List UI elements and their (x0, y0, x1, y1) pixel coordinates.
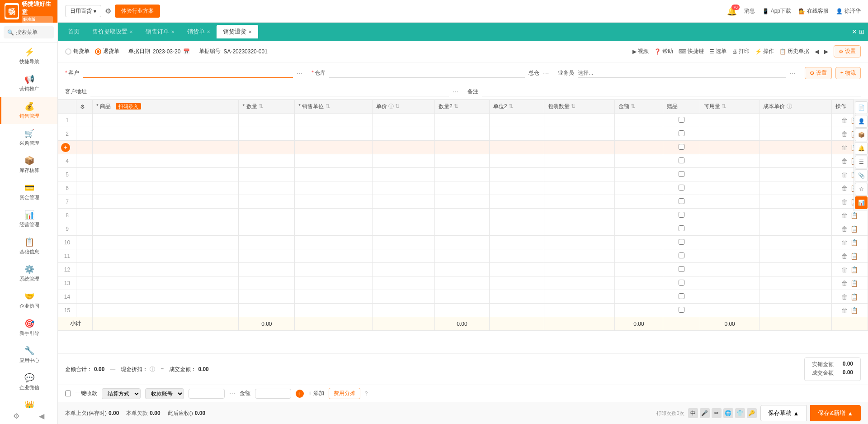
row-cost[interactable] (760, 114, 832, 127)
tab-sales-delivery-close-icon[interactable]: ✕ (207, 29, 210, 34)
del-btn[interactable]: 🗑 (841, 198, 848, 205)
video-btn[interactable]: ▶ 视频 (632, 48, 649, 55)
del-btn[interactable]: 🗑 (841, 239, 848, 246)
account-select[interactable]: 收款账号 (145, 388, 184, 399)
rqp-btn-7[interactable]: ☆ (855, 183, 868, 195)
rqp-btn-1[interactable]: 📄 (855, 101, 868, 114)
sidebar-item-quick-nav[interactable]: ⚡ 快捷导航 (0, 43, 57, 70)
del-btn[interactable]: 🗑 (841, 212, 848, 219)
sort-icon6[interactable]: ⇅ (571, 103, 576, 110)
scan-input-btn[interactable]: 扫码录入 (116, 103, 141, 110)
row-amount[interactable] (614, 114, 663, 127)
row-sales-unit[interactable] (295, 141, 372, 154)
copy-btn[interactable]: 📋 (850, 239, 858, 246)
sidebar-item-base[interactable]: 📋 基础信息 (0, 233, 57, 260)
sidebar-item-business[interactable]: 📊 经营管理 (0, 205, 57, 233)
sidebar-item-system[interactable]: ⚙️ 系统管理 (0, 260, 57, 287)
row-package[interactable] (544, 141, 614, 154)
copy-btn[interactable]: 📋 (850, 307, 858, 314)
expense-help-icon[interactable]: ? (365, 391, 368, 397)
rqp-btn-2[interactable]: 👤 (855, 115, 868, 128)
row-cost[interactable] (760, 141, 832, 154)
nav-next-icon[interactable]: ▶ (824, 48, 828, 55)
remark-input[interactable] (482, 87, 861, 96)
copy-btn[interactable]: 📋 (850, 212, 858, 219)
user-info[interactable]: 👤 徐泽华 (836, 7, 861, 15)
col-gear-header[interactable]: ⚙ (76, 100, 93, 114)
del-btn[interactable]: 🗑 (841, 185, 848, 192)
row-gift[interactable] (663, 114, 700, 127)
settlement-method-select[interactable]: 结算方式 (102, 388, 141, 399)
row-qty2[interactable] (434, 114, 489, 127)
sidebar-item-sales[interactable]: 💰 销售管理 (0, 97, 57, 124)
form-settings-btn[interactable]: ⚙ 设置 (805, 67, 832, 79)
tab-sales-return-close-icon[interactable]: ✕ (248, 29, 252, 34)
taskbar-icon-5[interactable]: 👕 (735, 408, 745, 418)
row-delete-btn[interactable]: 🗑 (841, 117, 848, 124)
address-dots-btn[interactable]: ··· (453, 88, 458, 96)
help-btn[interactable]: ❓ 帮助 (654, 48, 673, 55)
settings-icon-btn[interactable]: ⚙ (13, 412, 19, 420)
taskbar-icon-6[interactable]: 🔑 (747, 408, 757, 418)
tab-menu-btn[interactable]: ⊞ (859, 28, 864, 35)
customer-input[interactable] (83, 68, 293, 78)
operate-btn[interactable]: ⚡ 操作 (755, 48, 774, 55)
radio-return[interactable]: 退货单 (95, 48, 119, 55)
price-info-icon[interactable]: ⓘ (388, 103, 394, 110)
taskbar-icon-3[interactable]: ✏ (712, 408, 722, 418)
tab-sales-order-close-icon[interactable]: ✕ (171, 29, 175, 34)
sidebar-item-finance[interactable]: 💳 资金管理 (0, 178, 57, 205)
tab-sales-delivery[interactable]: 销货单 ✕ (181, 25, 217, 38)
row-unit-price[interactable] (372, 127, 434, 141)
sidebar-item-inventory[interactable]: 📦 库存核算 (0, 151, 57, 178)
row-unit2[interactable] (490, 114, 544, 127)
collapse-btn[interactable]: ◀ (39, 412, 44, 420)
sidebar-item-weixin[interactable]: 💬 企业微信 (0, 368, 57, 395)
copy-btn[interactable]: 📋 (850, 252, 858, 260)
customer-dots-btn[interactable]: ··· (297, 69, 302, 77)
cost-info-icon[interactable]: ⓘ (787, 103, 792, 110)
tab-sales-order[interactable]: 销售订单 ✕ (139, 25, 181, 38)
print-btn[interactable]: 🖨 打印 (732, 48, 750, 55)
sort-icon7[interactable]: ⇅ (631, 103, 635, 110)
row-cost[interactable] (760, 127, 832, 141)
row-amount[interactable] (614, 141, 663, 154)
rqp-btn-8[interactable]: 📊 (855, 196, 868, 209)
row-available[interactable] (700, 127, 760, 141)
salesperson-input[interactable] (578, 68, 786, 78)
row-available[interactable] (700, 141, 760, 154)
row-unit-price[interactable] (372, 141, 434, 154)
del-btn[interactable]: 🗑 (841, 280, 848, 287)
del-btn[interactable]: 🗑 (841, 225, 848, 233)
account-dots-btn[interactable]: ··· (229, 390, 235, 398)
account-input[interactable] (189, 389, 225, 399)
history-btn[interactable]: 📋 历史单据 (779, 48, 809, 55)
tab-price-close-icon[interactable]: ✕ (129, 29, 133, 34)
salesperson-dots-btn[interactable]: ··· (789, 69, 795, 77)
app-download-btn[interactable]: 📱 App下载 (762, 7, 791, 15)
row-product[interactable] (93, 114, 239, 127)
online-service-btn[interactable]: 💁 在线客服 (798, 7, 829, 15)
del-btn[interactable]: 🗑 (841, 266, 848, 273)
address-input[interactable] (90, 87, 449, 96)
notification-btn[interactable]: 🔔 70 (727, 6, 737, 16)
warehouse-dots-btn[interactable]: ··· (543, 69, 549, 77)
del-btn[interactable]: 🗑 (841, 157, 848, 165)
shortcut-btn[interactable]: ⌨ 快捷键 (679, 48, 704, 55)
sidebar-item-enterprise[interactable]: 🤝 企业协同 (0, 287, 57, 314)
del-btn[interactable]: 🗑 (841, 252, 848, 260)
sort-icon3[interactable]: ⇅ (395, 103, 400, 110)
sidebar-item-purchase[interactable]: 🛒 采购管理 (0, 124, 57, 151)
row-delete-btn[interactable]: 🗑 (841, 144, 848, 151)
row-quantity[interactable] (239, 127, 295, 141)
calendar-icon[interactable]: 📅 (183, 48, 190, 55)
payment-amount-input[interactable] (255, 389, 291, 399)
taskbar-icon-2[interactable]: 🎤 (700, 408, 710, 418)
copy-btn[interactable]: 📋 (850, 293, 858, 300)
add-row-btn[interactable]: + (61, 143, 70, 152)
sort-icon4[interactable]: ⇅ (454, 103, 458, 110)
sort-icon2[interactable]: ⇅ (326, 103, 330, 110)
copy-btn[interactable]: 📋 (850, 266, 858, 273)
nav-prev-icon[interactable]: ◀ (815, 48, 819, 55)
del-btn[interactable]: 🗑 (841, 171, 848, 178)
